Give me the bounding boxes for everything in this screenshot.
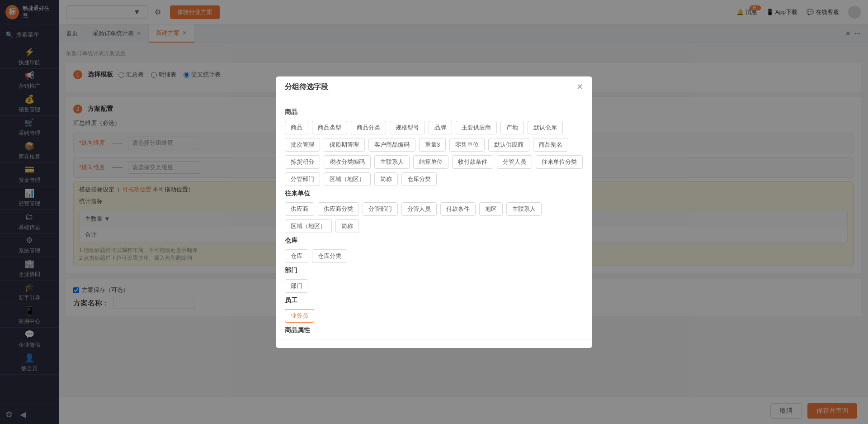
field-tag-分管部门[interactable]: 分管部门 xyxy=(285,172,320,186)
modal-section-fields-goods: 商品商品类型商品分类规格型号品牌主要供应商产地默认仓库批次管理保质期管理客户商品… xyxy=(285,121,583,186)
field-tag-主联系人[interactable]: 主联系人 xyxy=(506,202,542,216)
modal-section-fields-staff: 业务员 xyxy=(285,309,583,323)
field-tag-结算单位[interactable]: 结算单位 xyxy=(413,155,448,169)
field-tag-付款条件[interactable]: 付款条件 xyxy=(440,202,476,216)
field-tag-商品分类[interactable]: 商品分类 xyxy=(351,121,386,134)
field-tag-分管人员[interactable]: 分管人员 xyxy=(497,155,532,169)
modal-body: 商品商品商品类型商品分类规格型号品牌主要供应商产地默认仓库批次管理保质期管理客户… xyxy=(276,98,592,339)
modal-section-title-goods: 商品 xyxy=(285,108,583,116)
field-tag-保质期管理[interactable]: 保质期管理 xyxy=(324,138,365,152)
field-tag-地区[interactable]: 地区 xyxy=(479,202,503,216)
modal-section-title-partner: 往来单位 xyxy=(285,190,583,198)
field-tag-业务员[interactable]: 业务员 xyxy=(285,309,314,323)
modal-section-title-warehouse: 仓库 xyxy=(285,237,583,245)
field-tag-默认仓库[interactable]: 默认仓库 xyxy=(528,121,563,134)
modal-footer xyxy=(276,339,592,348)
field-tag-客户商品编码[interactable]: 客户商品编码 xyxy=(368,138,415,152)
modal-section-fields-dept: 部门 xyxy=(285,279,583,293)
modal-section-fields-warehouse: 仓库仓库分类 xyxy=(285,249,583,263)
field-tag-分管部门[interactable]: 分管部门 xyxy=(363,202,398,216)
field-tag-供应商[interactable]: 供应商 xyxy=(285,202,314,216)
field-tag-区域（地区）[interactable]: 区域（地区） xyxy=(285,219,332,233)
field-tag-零售单位[interactable]: 零售单位 xyxy=(449,138,485,152)
field-tag-品牌[interactable]: 品牌 xyxy=(429,121,452,134)
field-tag-拣货积分[interactable]: 拣货积分 xyxy=(285,155,320,169)
modal-header: 分组待选字段 ✕ xyxy=(276,76,592,98)
field-tag-部门[interactable]: 部门 xyxy=(285,279,308,293)
modal-section-fields-partner: 供应商供应商分类分管部门分管人员付款条件地区主联系人区域（地区）简称 xyxy=(285,202,583,233)
field-tag-主要供应商[interactable]: 主要供应商 xyxy=(456,121,497,134)
field-tag-简称[interactable]: 简称 xyxy=(374,172,398,186)
field-tag-批次管理[interactable]: 批次管理 xyxy=(285,138,320,152)
field-tag-重量3[interactable]: 重量3 xyxy=(419,138,446,152)
modal-section-title-staff: 员工 xyxy=(285,296,583,305)
field-tag-产地[interactable]: 产地 xyxy=(500,121,524,134)
field-tag-分管人员[interactable]: 分管人员 xyxy=(401,202,437,216)
field-tag-商品[interactable]: 商品 xyxy=(285,121,308,134)
modal-section-title-product-attrs: 商品属性 xyxy=(285,326,583,334)
field-tag-往来单位分类[interactable]: 往来单位分类 xyxy=(536,155,583,169)
field-tag-简称[interactable]: 简称 xyxy=(335,219,359,233)
field-tag-规格型号[interactable]: 规格型号 xyxy=(390,121,425,134)
field-tag-主联系人[interactable]: 主联系人 xyxy=(374,155,410,169)
modal-title: 分组待选字段 xyxy=(285,82,328,92)
field-tag-仓库分类[interactable]: 仓库分类 xyxy=(401,172,437,186)
field-tag-仓库[interactable]: 仓库 xyxy=(285,249,308,263)
field-tag-商品类型[interactable]: 商品类型 xyxy=(312,121,347,134)
field-tag-收付款条件[interactable]: 收付款条件 xyxy=(452,155,493,169)
modal-overlay: 分组待选字段 ✕ 商品商品商品类型商品分类规格型号品牌主要供应商产地默认仓库批次… xyxy=(0,0,868,424)
field-tag-区域（地区）[interactable]: 区域（地区） xyxy=(324,172,371,186)
field-tag-供应商分类[interactable]: 供应商分类 xyxy=(318,202,359,216)
modal-close-icon[interactable]: ✕ xyxy=(576,82,583,92)
modal-dialog: 分组待选字段 ✕ 商品商品商品类型商品分类规格型号品牌主要供应商产地默认仓库批次… xyxy=(276,76,592,348)
modal-section-title-dept: 部门 xyxy=(285,267,583,275)
field-tag-税收分类编码[interactable]: 税收分类编码 xyxy=(324,155,371,169)
field-tag-仓库分类[interactable]: 仓库分类 xyxy=(312,249,347,263)
field-tag-默认供应商[interactable]: 默认供应商 xyxy=(488,138,529,152)
field-tag-商品别名[interactable]: 商品别名 xyxy=(533,138,568,152)
